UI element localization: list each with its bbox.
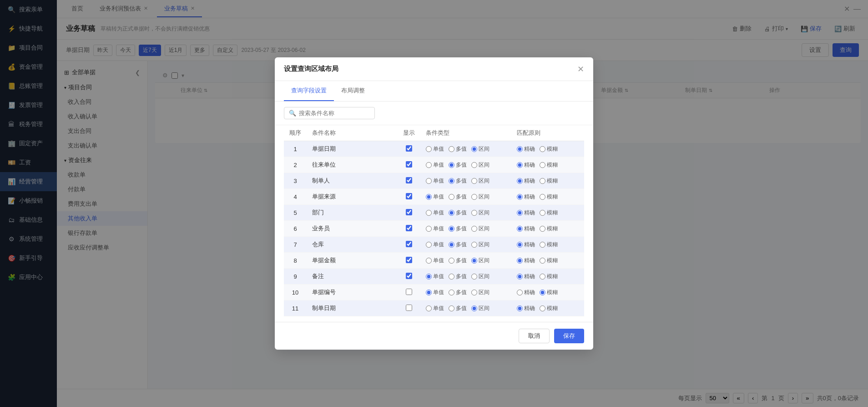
type-radio-7-多值[interactable] <box>449 242 454 248</box>
type-option-区间[interactable]: 区间 <box>471 305 490 312</box>
type-option-多值[interactable]: 多值 <box>449 193 467 201</box>
type-radio-11-多值[interactable] <box>449 305 454 311</box>
type-radio-3-单值[interactable] <box>426 178 432 184</box>
match-option-模糊[interactable]: 模糊 <box>540 161 558 169</box>
type-radio-6-区间[interactable] <box>471 226 477 232</box>
modal-search-input-field[interactable] <box>299 110 370 117</box>
match-option-精确[interactable]: 精确 <box>517 209 535 217</box>
type-radio-9-单值[interactable] <box>426 274 432 280</box>
type-radio-11-单值[interactable] <box>426 305 432 311</box>
match-option-模糊[interactable]: 模糊 <box>540 177 558 185</box>
match-radio-6-模糊[interactable] <box>540 226 545 232</box>
save-confirm-button[interactable]: 保存 <box>554 329 584 343</box>
match-radio-5-模糊[interactable] <box>540 210 545 216</box>
show-checkbox-7[interactable] <box>406 241 412 247</box>
modal-tab-fields[interactable]: 查询字段设置 <box>284 81 334 101</box>
match-radio-4-模糊[interactable] <box>540 194 545 200</box>
match-option-精确[interactable]: 精确 <box>517 177 535 185</box>
match-radio-4-精确[interactable] <box>517 194 523 200</box>
modal-search-box[interactable]: 🔍 <box>284 107 375 119</box>
type-radio-11-区间[interactable] <box>471 305 477 311</box>
match-radio-7-精确[interactable] <box>517 242 523 248</box>
show-checkbox-11[interactable] <box>406 305 412 311</box>
match-radio-3-模糊[interactable] <box>540 178 545 184</box>
type-option-单值[interactable]: 单值 <box>426 161 444 169</box>
type-option-区间[interactable]: 区间 <box>471 273 490 280</box>
match-option-精确[interactable]: 精确 <box>517 305 535 312</box>
show-checkbox-4[interactable] <box>406 193 412 199</box>
match-radio-2-模糊[interactable] <box>540 162 545 168</box>
type-option-多值[interactable]: 多值 <box>449 145 467 153</box>
type-option-单值[interactable]: 单值 <box>426 241 444 249</box>
type-option-多值[interactable]: 多值 <box>449 209 467 217</box>
type-radio-4-区间[interactable] <box>471 194 477 200</box>
match-radio-5-精确[interactable] <box>517 210 523 216</box>
match-option-精确[interactable]: 精确 <box>517 241 535 249</box>
cancel-button[interactable]: 取消 <box>519 329 550 343</box>
type-radio-1-多值[interactable] <box>449 146 454 152</box>
type-option-多值[interactable]: 多值 <box>449 289 467 296</box>
match-option-模糊[interactable]: 模糊 <box>540 241 558 249</box>
match-option-精确[interactable]: 精确 <box>517 257 535 265</box>
match-option-模糊[interactable]: 模糊 <box>540 273 558 280</box>
type-radio-4-多值[interactable] <box>449 194 454 200</box>
show-checkbox-3[interactable] <box>406 177 412 183</box>
match-radio-1-模糊[interactable] <box>540 146 545 152</box>
match-radio-10-模糊[interactable] <box>540 290 545 295</box>
type-option-单值[interactable]: 单值 <box>426 257 444 265</box>
type-radio-9-多值[interactable] <box>449 274 454 280</box>
type-radio-2-单值[interactable] <box>426 162 432 168</box>
type-radio-2-多值[interactable] <box>449 162 454 168</box>
match-option-精确[interactable]: 精确 <box>517 145 535 153</box>
match-option-模糊[interactable]: 模糊 <box>540 257 558 265</box>
type-radio-10-单值[interactable] <box>426 290 432 295</box>
type-option-单值[interactable]: 单值 <box>426 273 444 280</box>
type-option-多值[interactable]: 多值 <box>449 273 467 280</box>
type-radio-8-多值[interactable] <box>449 258 454 264</box>
type-option-区间[interactable]: 区间 <box>471 177 490 185</box>
match-option-模糊[interactable]: 模糊 <box>540 209 558 217</box>
type-radio-8-单值[interactable] <box>426 258 432 264</box>
match-radio-6-精确[interactable] <box>517 226 523 232</box>
match-option-模糊[interactable]: 模糊 <box>540 225 558 233</box>
type-option-区间[interactable]: 区间 <box>471 161 490 169</box>
show-checkbox-9[interactable] <box>406 273 412 279</box>
type-option-区间[interactable]: 区间 <box>471 289 490 296</box>
show-checkbox-6[interactable] <box>406 225 412 231</box>
type-option-多值[interactable]: 多值 <box>449 257 467 265</box>
type-radio-5-区间[interactable] <box>471 210 477 216</box>
type-option-单值[interactable]: 单值 <box>426 145 444 153</box>
show-checkbox-1[interactable] <box>406 145 412 152</box>
match-option-精确[interactable]: 精确 <box>517 289 535 296</box>
show-checkbox-5[interactable] <box>406 209 412 215</box>
match-radio-9-精确[interactable] <box>517 274 523 280</box>
match-option-精确[interactable]: 精确 <box>517 193 535 201</box>
type-radio-7-单值[interactable] <box>426 242 432 248</box>
type-option-区间[interactable]: 区间 <box>471 145 490 153</box>
type-option-区间[interactable]: 区间 <box>471 209 490 217</box>
match-radio-11-精确[interactable] <box>517 305 523 311</box>
type-option-区间[interactable]: 区间 <box>471 193 490 201</box>
type-option-多值[interactable]: 多值 <box>449 241 467 249</box>
type-option-多值[interactable]: 多值 <box>449 177 467 185</box>
type-radio-6-单值[interactable] <box>426 226 432 232</box>
type-option-区间[interactable]: 区间 <box>471 257 490 265</box>
match-radio-10-精确[interactable] <box>517 290 523 295</box>
type-option-单值[interactable]: 单值 <box>426 225 444 233</box>
type-option-多值[interactable]: 多值 <box>449 225 467 233</box>
type-radio-6-多值[interactable] <box>449 226 454 232</box>
match-option-模糊[interactable]: 模糊 <box>540 305 558 312</box>
modal-tab-layout[interactable]: 布局调整 <box>334 81 372 101</box>
type-option-多值[interactable]: 多值 <box>449 161 467 169</box>
type-radio-7-区间[interactable] <box>471 242 477 248</box>
type-radio-9-区间[interactable] <box>471 274 477 280</box>
match-radio-7-模糊[interactable] <box>540 242 545 248</box>
type-radio-10-多值[interactable] <box>449 290 454 295</box>
type-option-区间[interactable]: 区间 <box>471 225 490 233</box>
match-radio-3-精确[interactable] <box>517 178 523 184</box>
type-radio-10-区间[interactable] <box>471 290 477 295</box>
type-option-单值[interactable]: 单值 <box>426 305 444 312</box>
match-option-模糊[interactable]: 模糊 <box>540 193 558 201</box>
modal-close-button[interactable]: ✕ <box>577 65 584 73</box>
match-option-精确[interactable]: 精确 <box>517 161 535 169</box>
